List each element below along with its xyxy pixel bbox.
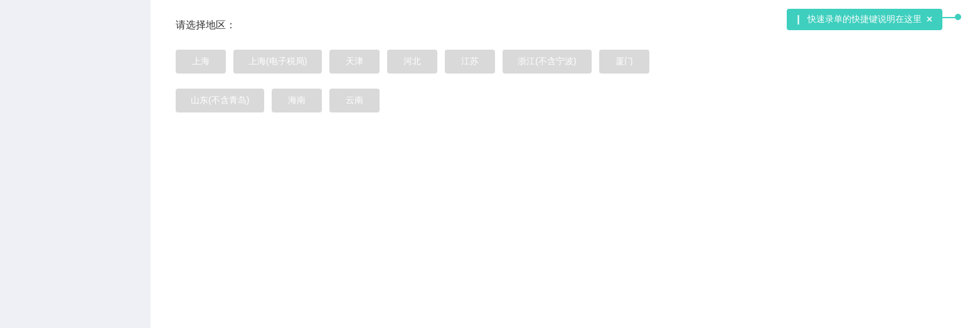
region-button-shanghai[interactable]: 上海: [176, 50, 226, 74]
region-button-hainan[interactable]: 海南: [272, 89, 322, 112]
main-content: 请选择地区： 上海上海(电子税局)天津河北江苏浙江(不含宁波)厦门山东(不含青岛…: [151, 0, 980, 328]
tooltip-text: 快速录单的快捷键说明在这里: [807, 14, 922, 25]
region-button-yunnan[interactable]: 云南: [329, 89, 380, 112]
region-button-shanghai-etax[interactable]: 上海(电子税局): [233, 50, 322, 74]
sidebar: [0, 0, 151, 328]
tooltip-banner: 快速录单的快捷键说明在这里 ×: [787, 9, 942, 30]
region-button-group: 上海上海(电子税局)天津河北江苏浙江(不含宁波)厦门山东(不含青岛)海南云南: [176, 50, 955, 112]
region-button-zhejiang[interactable]: 浙江(不含宁波): [503, 50, 591, 74]
region-button-hebei[interactable]: 河北: [387, 50, 437, 74]
region-button-tianjin[interactable]: 天津: [329, 50, 380, 74]
tooltip-dot: [955, 14, 961, 20]
region-button-jiangsu[interactable]: 江苏: [445, 50, 495, 74]
region-button-shandong[interactable]: 山东(不含青岛): [176, 89, 264, 112]
tooltip-close-button[interactable]: ×: [927, 14, 932, 25]
tooltip-connector: [942, 17, 956, 18]
region-button-xiamen[interactable]: 厦门: [599, 50, 649, 74]
